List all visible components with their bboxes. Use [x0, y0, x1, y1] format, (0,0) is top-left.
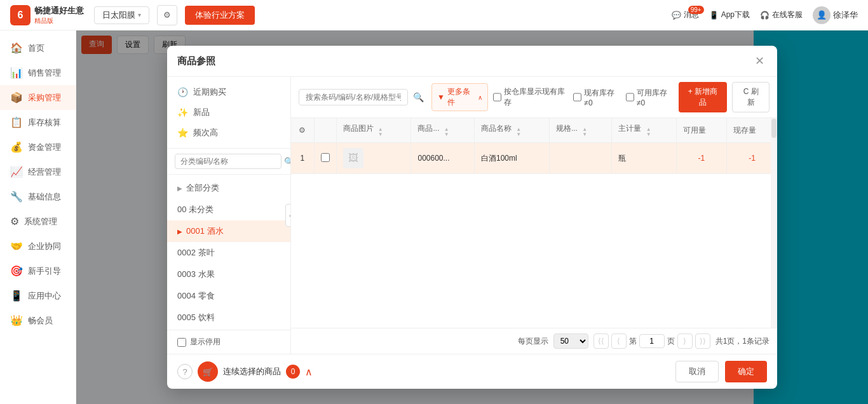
finance-icon: 💰 — [10, 141, 23, 153]
available-nonzero-checkbox[interactable] — [626, 93, 634, 102]
selected-count-badge: 0 — [286, 365, 300, 379]
user-area[interactable]: 👤 徐泽华 — [813, 6, 858, 24]
cancel-button[interactable]: 取消 — [675, 361, 719, 382]
sort-icon[interactable]: ▲▼ — [646, 127, 651, 137]
main-layout: 🏠 首页 📊 销售管理 📦 采购管理 📋 库存核算 💰 资金管理 📈 经营管理 … — [0, 30, 868, 404]
vertical-scrollbar[interactable] — [771, 118, 777, 328]
cat-item-label: 全部分类 — [186, 182, 219, 194]
quick-item-new[interactable]: ✨ 新品 — [167, 102, 290, 123]
sidebar-item-apps[interactable]: 📱 应用中心 — [0, 283, 76, 308]
category-item-all[interactable]: ▶ 全部分类 — [167, 177, 290, 199]
sidebar-item-basic-info[interactable]: 🔧 基础信息 — [0, 184, 76, 209]
sidebar-item-system[interactable]: ⚙ 系统管理 — [0, 209, 76, 234]
category-list: ▶ 全部分类 00 未分类 ▶ 0001 酒水 0002 茶 — [167, 175, 290, 330]
cat-arrow-icon: ▶ — [177, 228, 182, 235]
sidebar-item-sales[interactable]: 📊 销售管理 — [0, 60, 76, 85]
total-text: 共1页，1条记录 — [715, 336, 770, 347]
quick-item-recent[interactable]: 🕐 近期购买 — [167, 82, 290, 102]
sort-icon[interactable]: ▲▼ — [516, 127, 521, 137]
confirm-button[interactable]: 确定 — [725, 361, 767, 382]
footer-left: ? 🛒 连续选择的商品 0 ∧ — [177, 361, 313, 382]
table-row[interactable]: 1 🖼 000600... 白酒100ml 瓶 — [291, 143, 777, 174]
category-search-row: 🔍 — [167, 149, 290, 175]
row-checkbox[interactable] — [321, 153, 330, 162]
category-item-0003[interactable]: 0003 水果 — [167, 264, 290, 285]
sort-icon[interactable]: ▲▼ — [582, 127, 587, 137]
message-icon: 💬 — [672, 11, 681, 20]
quick-item-label: 频次高 — [193, 127, 218, 138]
gear-button[interactable]: ⚙ — [157, 5, 177, 25]
collapse-panel-button[interactable]: « — [285, 204, 291, 227]
category-search-input[interactable] — [175, 154, 281, 169]
page-number-input[interactable] — [639, 334, 665, 348]
quick-access: 🕐 近期购买 ✨ 新品 ⭐ 频次高 — [167, 77, 290, 149]
experience-button[interactable]: 体验行业方案 — [185, 6, 255, 25]
refresh-button[interactable]: C 刷新 — [732, 82, 770, 112]
cell-img: 🖼 — [336, 143, 411, 174]
sidebar-item-label: 库存核算 — [28, 117, 61, 128]
sidebar-item-label: 企业协同 — [28, 241, 61, 252]
collapse-selection-icon[interactable]: ∧ — [305, 366, 313, 378]
cart-button[interactable]: 🛒 — [198, 361, 218, 382]
show-disabled-checkbox[interactable] — [177, 338, 186, 347]
warehouse-filter-checkbox[interactable] — [493, 93, 501, 102]
modal-close-button[interactable]: ✕ — [752, 53, 767, 69]
prev-page-button[interactable]: ⟨ — [611, 333, 627, 349]
quick-item-frequent[interactable]: ⭐ 频次高 — [167, 123, 290, 143]
category-item-0004[interactable]: 0004 零食 — [167, 285, 290, 307]
sidebar-item-member[interactable]: 👑 畅会员 — [0, 308, 76, 333]
next-page-button[interactable]: ⟩ — [677, 333, 693, 349]
product-search-icon[interactable]: 🔍 — [413, 92, 424, 102]
category-item-00[interactable]: 00 未分类 — [167, 199, 290, 220]
more-filter-button[interactable]: ▼ 更多条件 ∧ — [431, 83, 488, 111]
category-search-icon[interactable]: 🔍 — [284, 157, 291, 166]
messages-nav-item[interactable]: 💬 消息 99+ — [672, 10, 699, 20]
stock-nonzero-checkbox[interactable] — [573, 93, 581, 102]
available-nonzero-filter-group: 可用库存≠0 — [626, 88, 674, 107]
cell-check[interactable] — [314, 143, 336, 174]
sidebar-item-purchase[interactable]: 📦 采购管理 — [0, 85, 76, 110]
sidebar-item-guide[interactable]: 🎯 新手引导 — [0, 259, 76, 283]
col-settings[interactable]: ⚙ — [291, 118, 314, 143]
available-nonzero-label: 可用库存≠0 — [637, 88, 674, 107]
category-item-0005[interactable]: 0005 饮料 — [167, 307, 290, 328]
nav-dropdown[interactable]: 日太阳膜 ▾ — [94, 6, 149, 24]
content-area: 查询 设置 刷新 商品参照 ✕ — [76, 30, 868, 404]
cell-available: -1 — [676, 143, 727, 174]
help-button[interactable]: ? — [177, 364, 193, 379]
topbar-right: 💬 消息 99+ 📱 App下载 🎧 在线客服 👤 徐泽华 — [672, 6, 858, 24]
sidebar-item-home[interactable]: 🏠 首页 — [0, 36, 76, 60]
messages-badge: 99+ — [688, 6, 704, 14]
col-unit: 主计量 ▲▼ — [612, 118, 676, 143]
col-name: 商品名称 ▲▼ — [474, 118, 549, 143]
last-page-button[interactable]: ⟩⟩ — [695, 333, 710, 349]
category-item-0001[interactable]: ▶ 0001 酒水 — [167, 220, 290, 242]
sidebar-item-inventory[interactable]: 📋 库存核算 — [0, 110, 76, 135]
category-item-0002[interactable]: 0002 茶叶 — [167, 242, 290, 264]
first-page-button[interactable]: ⟨⟨ — [593, 333, 609, 349]
modal-footer: ? 🛒 连续选择的商品 0 ∧ 取消 确定 — [167, 354, 777, 389]
products-content-panel: 🔍 ▼ 更多条件 ∧ 按仓库显示现有库存 — [291, 77, 777, 354]
app-download-item[interactable]: 📱 App下载 — [709, 10, 750, 20]
cat-item-label: 0001 酒水 — [186, 226, 224, 237]
sidebar-item-finance[interactable]: 💰 资金管理 — [0, 135, 76, 159]
sidebar: 🏠 首页 📊 销售管理 📦 采购管理 📋 库存核算 💰 资金管理 📈 经营管理 … — [0, 30, 76, 404]
sidebar-item-operations[interactable]: 📈 经营管理 — [0, 159, 76, 184]
filter-arrow-icon: ∧ — [478, 94, 482, 101]
footer-right: 取消 确定 — [675, 361, 767, 382]
modal-body: 🕐 近期购买 ✨ 新品 ⭐ 频次高 — [167, 77, 777, 354]
online-service-item[interactable]: 🎧 在线客服 — [760, 10, 803, 20]
table-header-row: ⚙ 商品图片 ▲▼ 商品... ▲▼ — [291, 118, 777, 143]
modal-title: 商品参照 — [177, 55, 215, 67]
product-search-input[interactable] — [299, 89, 408, 105]
sort-icon[interactable]: ▲▼ — [378, 127, 383, 137]
scrollbar-thumb — [771, 119, 776, 138]
sidebar-item-enterprise[interactable]: 🤝 企业协同 — [0, 234, 76, 259]
add-product-button[interactable]: + 新增商品 — [679, 82, 728, 112]
sort-icon[interactable]: ▲▼ — [444, 127, 449, 137]
cell-unit: 瓶 — [612, 143, 676, 174]
user-avatar: 👤 — [813, 6, 831, 24]
page-size-label: 每页显示 — [518, 336, 548, 347]
page-size-select[interactable]: 50 10 20 100 — [553, 333, 588, 349]
cat-item-label: 0003 水果 — [177, 269, 215, 280]
